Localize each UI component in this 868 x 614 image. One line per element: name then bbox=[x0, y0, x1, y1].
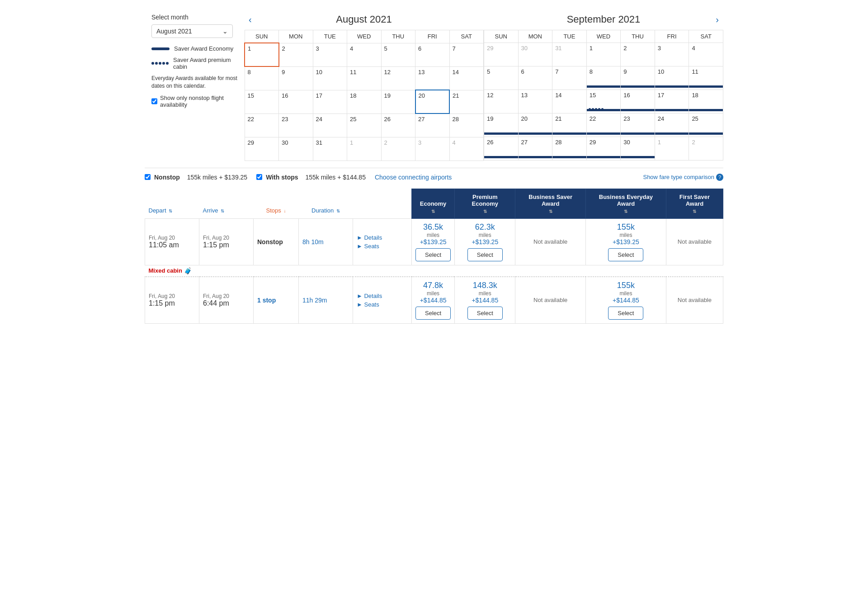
calendar-day[interactable]: 25 bbox=[347, 113, 382, 137]
calendar-day[interactable]: 19 bbox=[381, 90, 415, 113]
calendar-day[interactable]: 22 bbox=[245, 113, 279, 137]
calendar-day[interactable]: 7 bbox=[449, 43, 484, 66]
calendar-day[interactable]: 22 bbox=[586, 113, 621, 137]
details-link[interactable]: ► Details bbox=[357, 293, 408, 299]
seats-link[interactable]: ► Seats bbox=[357, 243, 408, 250]
economy-select-button[interactable]: Select bbox=[415, 248, 451, 261]
details-link[interactable]: ► Details bbox=[357, 234, 408, 241]
calendar-day[interactable]: 4 bbox=[347, 43, 382, 66]
calendar-day[interactable]: 3 bbox=[655, 43, 689, 66]
calendar-day[interactable]: 20 bbox=[518, 113, 552, 137]
calendar-day[interactable]: 29 bbox=[484, 43, 519, 66]
business-saver-col-header[interactable]: Business Saver Award ⇅ bbox=[515, 189, 586, 218]
calendar-day[interactable]: 24 bbox=[655, 113, 689, 137]
premium-select-button[interactable]: Select bbox=[467, 248, 503, 261]
economy-col-header[interactable]: Economy ⇅ bbox=[412, 189, 455, 218]
calendar-day[interactable]: 30 bbox=[518, 43, 552, 66]
calendar-day[interactable]: 1 bbox=[586, 43, 621, 66]
calendar-day[interactable]: 30 bbox=[621, 137, 655, 161]
calendar-day[interactable]: 2 bbox=[621, 43, 655, 66]
stops-col-header[interactable]: Stops ↓ bbox=[254, 189, 299, 218]
calendar-day[interactable]: 3 bbox=[415, 137, 450, 161]
calendar-day[interactable]: 10 bbox=[313, 66, 347, 90]
calendar-day[interactable]: 13 bbox=[415, 66, 450, 90]
calendar-day[interactable]: 5 bbox=[381, 43, 415, 66]
nonstop-checkbox-row[interactable]: Show only nonstop flight availability bbox=[151, 94, 237, 108]
nonstop-checkbox[interactable] bbox=[151, 98, 157, 104]
seats-link[interactable]: ► Seats bbox=[357, 301, 408, 308]
calendar-day[interactable]: 20 bbox=[415, 90, 450, 113]
calendar-day[interactable]: 14 bbox=[552, 90, 587, 113]
with-stops-checkbox[interactable] bbox=[256, 174, 262, 180]
calendar-day[interactable]: 24 bbox=[313, 113, 347, 137]
business-everyday-select-button[interactable]: Select bbox=[608, 248, 643, 261]
calendar-day[interactable]: 19 bbox=[484, 113, 519, 137]
calendar-day[interactable]: 4 bbox=[689, 43, 723, 66]
calendar-day[interactable]: 3 bbox=[313, 43, 347, 66]
calendar-day[interactable]: 10 bbox=[655, 66, 689, 90]
calendar-day[interactable]: 27 bbox=[415, 113, 450, 137]
calendar-day[interactable]: 21 bbox=[552, 113, 587, 137]
with-stops-option[interactable]: With stops 155k miles + $144.85 bbox=[256, 174, 366, 181]
calendar-day[interactable]: 26 bbox=[484, 137, 519, 161]
calendar-day[interactable]: 23 bbox=[279, 113, 313, 137]
calendar-day[interactable]: 18 bbox=[689, 90, 723, 113]
calendar-day[interactable]: 6 bbox=[415, 43, 450, 66]
month-select-dropdown[interactable]: August 2021 ⌄ bbox=[151, 24, 233, 38]
depart-col-header[interactable]: Depart ⇅ bbox=[145, 189, 199, 218]
calendar-day[interactable]: 7 bbox=[552, 66, 587, 90]
calendar-day[interactable]: 14 bbox=[449, 66, 484, 90]
calendar-day[interactable]: 9 bbox=[279, 66, 313, 90]
calendar-day[interactable]: 18 bbox=[347, 90, 382, 113]
calendar-day[interactable]: 2 bbox=[279, 43, 313, 66]
calendar-day[interactable]: 25 bbox=[689, 113, 723, 137]
duration-col-header[interactable]: Duration ⇅ bbox=[299, 189, 353, 218]
calendar-day[interactable]: 29 bbox=[586, 137, 621, 161]
calendar-day[interactable]: 26 bbox=[381, 113, 415, 137]
calendar-day[interactable]: 27 bbox=[518, 137, 552, 161]
calendar-day[interactable]: 23 bbox=[621, 113, 655, 137]
calendar-day[interactable]: 28 bbox=[449, 113, 484, 137]
calendar-day[interactable]: 6 bbox=[518, 66, 552, 90]
calendar-day[interactable]: 8 bbox=[245, 66, 279, 90]
calendar-day[interactable]: 15 bbox=[245, 90, 279, 113]
calendar-day[interactable]: 2 bbox=[689, 137, 723, 161]
calendar-day[interactable]: 28 bbox=[552, 137, 587, 161]
prev-month-button[interactable]: ‹ bbox=[249, 14, 252, 25]
calendar-day[interactable]: 12 bbox=[381, 66, 415, 90]
calendar-day[interactable]: 17 bbox=[313, 90, 347, 113]
nonstop-option[interactable]: Nonstop 155k miles + $139.25 bbox=[145, 174, 247, 181]
calendar-day[interactable]: 31 bbox=[552, 43, 587, 66]
calendar-day[interactable]: 5 bbox=[484, 66, 519, 90]
calendar-day[interactable]: 15 bbox=[586, 90, 621, 113]
business-everyday-select-button[interactable]: Select bbox=[608, 307, 643, 320]
calendar-day[interactable]: 29 bbox=[245, 137, 279, 161]
calendar-day[interactable]: 31 bbox=[313, 137, 347, 161]
calendar-day[interactable]: 17 bbox=[655, 90, 689, 113]
next-month-button[interactable]: › bbox=[716, 14, 719, 25]
first-saver-col-header[interactable]: First Saver Award ⇅ bbox=[666, 189, 723, 218]
calendar-day[interactable]: 9 bbox=[621, 66, 655, 90]
calendar-day[interactable]: 11 bbox=[689, 66, 723, 90]
calendar-day[interactable]: 13 bbox=[518, 90, 552, 113]
premium-economy-col-header[interactable]: Premium Economy ⇅ bbox=[455, 189, 515, 218]
calendar-day[interactable]: 30 bbox=[279, 137, 313, 161]
calendar-day[interactable]: 4 bbox=[449, 137, 484, 161]
business-everyday-col-header[interactable]: Business Everyday Award ⇅ bbox=[585, 189, 666, 218]
nonstop-option-checkbox[interactable] bbox=[145, 174, 151, 180]
calendar-day[interactable]: 16 bbox=[279, 90, 313, 113]
calendar-day[interactable]: 1 bbox=[347, 137, 382, 161]
calendar-day[interactable]: 16 bbox=[621, 90, 655, 113]
calendar-day[interactable]: 2 bbox=[381, 137, 415, 161]
calendar-day[interactable]: 21 bbox=[449, 90, 484, 113]
calendar-day[interactable]: 1 bbox=[245, 43, 279, 66]
calendar-day[interactable]: 11 bbox=[347, 66, 382, 90]
calendar-day[interactable]: 8 bbox=[586, 66, 621, 90]
calendar-day[interactable]: 1 bbox=[655, 137, 689, 161]
premium-select-button[interactable]: Select bbox=[467, 307, 503, 320]
choose-airports-link[interactable]: Choose connecting airports bbox=[375, 174, 452, 181]
economy-select-button[interactable]: Select bbox=[415, 307, 451, 320]
show-fare-link[interactable]: Show fare type comparison ? bbox=[643, 174, 723, 181]
arrive-col-header[interactable]: Arrive ⇅ bbox=[199, 189, 254, 218]
calendar-day[interactable]: 12 bbox=[484, 90, 519, 113]
